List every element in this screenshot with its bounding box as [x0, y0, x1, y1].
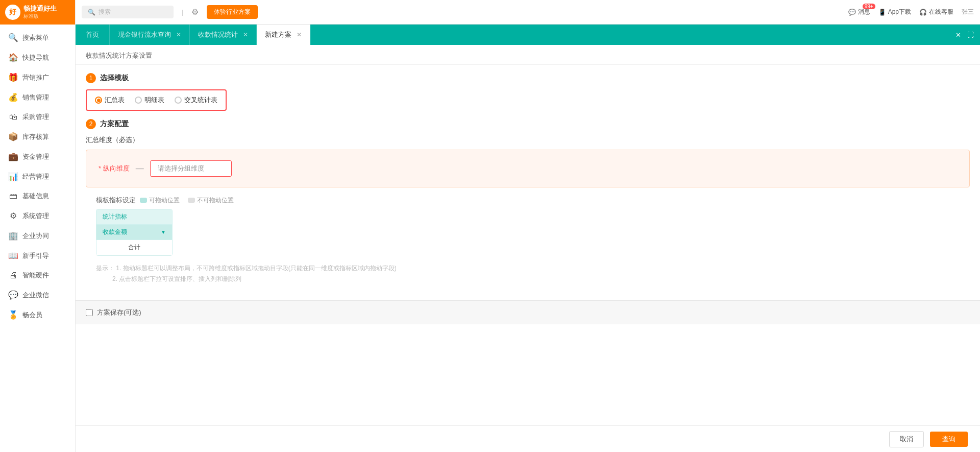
message-icon: 💬 — [848, 9, 856, 16]
sidebar-item-marketing[interactable]: 🎁营销推广 — [0, 67, 75, 87]
message-badge[interactable]: 💬 消息 99+ — [848, 8, 870, 16]
legend-draggable-dot — [140, 198, 147, 203]
logo-sub: 标准版 — [23, 13, 57, 20]
inventory-label: 库存核算 — [22, 132, 49, 141]
sidebar-item-quick-nav[interactable]: 🏠快捷导航 — [0, 47, 75, 67]
topbar: 🔍 搜索 | ⚙ 体验行业方案 💬 消息 99+ 📱 App下载 🎧 在线客服 … — [76, 0, 980, 25]
tab-home[interactable]: 首页 — [76, 25, 110, 45]
sidebar-item-membership[interactable]: 🏅畅会员 — [0, 305, 75, 325]
dimension-box: * 纵向维度 — 请选择分组维度 — [86, 150, 970, 187]
sidebar-item-capital[interactable]: 💼资金管理 — [0, 147, 75, 166]
tab-collection-stat-label: 收款情况统计 — [198, 30, 238, 39]
tab-maximize-icon[interactable]: ⛶ — [967, 31, 974, 39]
tip-2: 2. 点击标题栏下拉可设置排序、插入列和删除列 — [96, 275, 960, 283]
app-label: App下载 — [888, 8, 911, 16]
radio-detail-circle — [135, 97, 142, 104]
radio-summary-circle — [95, 97, 102, 104]
save-label: 方案保存(可选) — [97, 308, 141, 317]
operation-label: 经营管理 — [22, 172, 49, 181]
gear-icon[interactable]: ⚙ — [191, 7, 199, 17]
search-icon: 🔍 — [88, 9, 95, 16]
indicator-title-row: 模板指标设定 可拖动位置 不可拖动位置 — [96, 196, 960, 205]
topbar-right: 💬 消息 99+ 📱 App下载 🎧 在线客服 张三 — [848, 8, 974, 16]
sidebar-item-search-menu[interactable]: 🔍搜索菜单 — [0, 28, 75, 47]
search-placeholder: 搜索 — [99, 8, 111, 16]
step2-title: 方案配置 — [100, 120, 129, 129]
sidebar-item-operation[interactable]: 📊经营管理 — [0, 166, 75, 186]
corp-collab-label: 企业协同 — [22, 231, 49, 241]
cancel-button[interactable]: 取消 — [889, 431, 924, 447]
tips-section: 提示： 1. 拖动标题栏可以调整布局，不可跨维度或指标区域拖动目字段(只能在同一… — [86, 264, 970, 292]
indicator-col-header[interactable]: 收款金额 ▼ — [96, 225, 172, 240]
indicator-setting: 模板指标设定 可拖动位置 不可拖动位置 — [86, 196, 970, 264]
trial-button[interactable]: 体验行业方案 — [207, 5, 258, 19]
inventory-icon: 📦 — [8, 132, 18, 141]
quick-nav-icon: 🏠 — [8, 53, 18, 62]
online-service[interactable]: 🎧 在线客服 — [919, 8, 953, 16]
search-menu-icon: 🔍 — [8, 33, 18, 42]
sidebar-item-corp-collab[interactable]: 🏢企业协同 — [0, 226, 75, 246]
tab-collection-stat[interactable]: 收款情况统计 ✕ — [190, 25, 257, 45]
tips-label: 提示： — [96, 265, 114, 272]
purchase-label: 采购管理 — [22, 112, 49, 122]
tab-collection-stat-close[interactable]: ✕ — [243, 31, 248, 38]
sidebar-item-inventory[interactable]: 📦库存核算 — [0, 127, 75, 147]
indicator-group-header: 统计指标 — [96, 209, 172, 225]
logo-text: 畅捷通好生 — [23, 5, 57, 13]
newbie-label: 新手引导 — [22, 251, 49, 260]
radio-detail-label: 明细表 — [144, 96, 164, 105]
radio-detail[interactable]: 明细表 — [135, 96, 164, 105]
sys-manage-icon: ⚙ — [8, 211, 18, 221]
sidebar-item-sys-manage[interactable]: ⚙系统管理 — [0, 206, 75, 226]
tab-bank-flow-label: 现金银行流水查询 — [118, 30, 171, 39]
sidebar-item-corp-wechat[interactable]: 💬企业微信 — [0, 285, 75, 305]
purchase-icon: 🛍 — [8, 112, 18, 122]
tabbar-actions: ✕ ⛶ — [949, 25, 980, 45]
dimension-title: 汇总维度（必选） — [86, 135, 970, 145]
dimension-row: * 纵向维度 — 请选择分组维度 — [99, 160, 957, 177]
content-area: 收款情况统计方案设置 1 选择模板 汇总表 明细表 — [76, 45, 980, 425]
tab-new-plan[interactable]: 新建方案 ✕ — [257, 25, 310, 45]
main: 🔍 搜索 | ⚙ 体验行业方案 💬 消息 99+ 📱 App下载 🎧 在线客服 … — [76, 0, 980, 452]
marketing-label: 营销推广 — [22, 73, 49, 82]
search-bar[interactable]: 🔍 搜索 — [82, 6, 174, 18]
message-count: 99+ — [863, 4, 875, 9]
tab-bank-flow[interactable]: 现金银行流水查询 ✕ — [110, 25, 190, 45]
sidebar-item-sales[interactable]: 💰销售管理 — [0, 87, 75, 107]
tab-home-label: 首页 — [86, 30, 99, 39]
breadcrumb: 收款情况统计方案设置 — [76, 45, 980, 65]
tab-new-plan-close[interactable]: ✕ — [297, 31, 302, 38]
step1-label: 1 选择模板 — [86, 73, 970, 83]
legend-not-dot — [188, 198, 195, 203]
indicator-table: 统计指标 收款金额 ▼ 合计 — [96, 209, 173, 256]
sidebar-logo: 好 畅捷通好生 标准版 — [0, 0, 75, 25]
step2-label: 2 方案配置 — [86, 119, 970, 129]
sidebar-item-purchase[interactable]: 🛍采购管理 — [0, 107, 75, 127]
sidebar-item-basic-info[interactable]: 🗃基础信息 — [0, 186, 75, 206]
dim-selector[interactable]: 请选择分组维度 — [150, 160, 232, 177]
app-download[interactable]: 📱 App下载 — [878, 8, 911, 16]
indicator-dropdown-icon[interactable]: ▼ — [161, 229, 166, 235]
sidebar-item-newbie[interactable]: 📖新手引导 — [0, 246, 75, 266]
sidebar: 好 畅捷通好生 标准版 🔍搜索菜单🏠快捷导航🎁营销推广💰销售管理🛍采购管理📦库存… — [0, 0, 76, 452]
sidebar-item-smart-hw[interactable]: 🖨智能硬件 — [0, 266, 75, 285]
capital-label: 资金管理 — [22, 152, 49, 161]
tab-bank-flow-close[interactable]: ✕ — [176, 31, 181, 38]
save-checkbox[interactable] — [86, 309, 93, 316]
radio-cross[interactable]: 交叉统计表 — [175, 96, 217, 105]
service-icon: 🎧 — [919, 9, 927, 16]
query-button[interactable]: 查询 — [930, 432, 968, 447]
capital-icon: 💼 — [8, 152, 18, 161]
radio-summary[interactable]: 汇总表 — [95, 96, 125, 105]
indicator-row-total: 合计 — [96, 240, 172, 255]
tab-minimize-icon[interactable]: ✕ — [955, 31, 961, 39]
corp-wechat-label: 企业微信 — [22, 291, 49, 300]
marketing-icon: 🎁 — [8, 73, 18, 82]
legend-not-label: 不可拖动位置 — [197, 196, 234, 205]
indicator-group-title: 统计指标 — [103, 212, 127, 221]
radio-cross-label: 交叉统计表 — [184, 96, 217, 105]
indicator-title-text: 模板指标设定 — [96, 196, 136, 205]
user-name[interactable]: 张三 — [962, 8, 974, 16]
corp-collab-icon: 🏢 — [8, 231, 18, 241]
template-options: 汇总表 明细表 交叉统计表 — [86, 89, 227, 111]
